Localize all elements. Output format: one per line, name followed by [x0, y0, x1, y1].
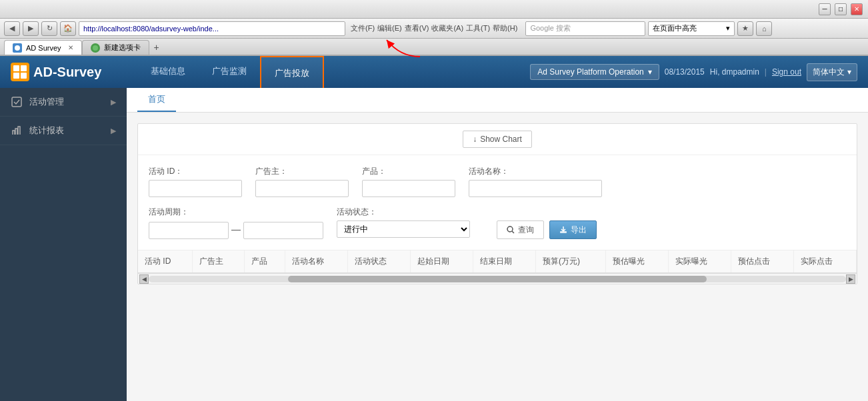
- show-chart-bar: ↓ Show Chart: [138, 124, 857, 155]
- nav-tab-placement[interactable]: 广告投放: [260, 56, 324, 88]
- sidebar-item-activity[interactable]: 活动管理 ▶: [0, 88, 127, 117]
- advertiser-input[interactable]: [255, 180, 349, 197]
- activity-status-field: 活动状态： 进行中 已结束 未开始 全部: [337, 206, 470, 238]
- show-chart-icon: ↓: [473, 135, 477, 144]
- platform-name: Ad Survey Platform Operation: [537, 67, 643, 77]
- menu-favorites[interactable]: 收藏夹(A): [431, 23, 463, 33]
- show-chart-button[interactable]: ↓ Show Chart: [463, 131, 532, 148]
- svg-point-0: [15, 45, 20, 51]
- advertiser-label: 广告主：: [255, 166, 349, 177]
- export-icon: [559, 226, 567, 234]
- activity-status-select[interactable]: 进行中 已结束 未开始 全部: [337, 220, 470, 238]
- close-btn[interactable]: ✕: [851, 3, 863, 15]
- menu-edit[interactable]: 编辑(E): [377, 23, 402, 33]
- menu-help[interactable]: 帮助(H): [493, 23, 517, 33]
- period-start-input[interactable]: [149, 222, 229, 239]
- stats-icon: [11, 125, 23, 137]
- col-activity-name: 活动名称: [285, 250, 347, 273]
- data-table: 活动 ID 广告主 产品 活动名称 活动状态 起始日期 结束日期 预算(万元): [138, 250, 857, 273]
- content-area: ↓ Show Chart 活动 ID：: [127, 113, 868, 401]
- product-input[interactable]: [362, 180, 455, 197]
- minimize-btn[interactable]: ─: [819, 3, 831, 15]
- menu-view[interactable]: 查看(V): [405, 23, 429, 33]
- export-button[interactable]: 导出: [549, 220, 597, 239]
- col-status: 活动状态: [347, 250, 410, 273]
- back-btn[interactable]: ◀: [4, 21, 20, 36]
- action-buttons: 查询 导出: [497, 220, 597, 239]
- col-advertiser: 广告主: [193, 250, 245, 273]
- newtab-icon: [91, 43, 100, 53]
- highlight-dropdown[interactable]: 在页面中高亮 ▾: [648, 21, 735, 36]
- nav-tab-basic[interactable]: 基础信息: [137, 56, 199, 88]
- tab-adsurvey-label: AD Survey: [26, 44, 61, 52]
- sidebar-item-stats[interactable]: 统计报表 ▶: [0, 117, 127, 145]
- browser-tab-newtab[interactable]: 新建选项卡: [82, 40, 149, 55]
- filter-row-1: 活动 ID： 广告主： 产品：: [149, 166, 846, 197]
- scroll-thumb[interactable]: [288, 276, 707, 282]
- tab-newtab-label: 新建选项卡: [104, 43, 141, 53]
- show-chart-label: Show Chart: [480, 135, 522, 144]
- nav-tab-monitor[interactable]: 广告监测: [199, 56, 260, 88]
- refresh-btn[interactable]: ↻: [41, 21, 57, 36]
- svg-point-1: [93, 45, 98, 51]
- svg-point-4: [507, 226, 513, 232]
- scroll-track[interactable]: [149, 276, 846, 282]
- address-bar[interactable]: http://localhost:8080/adsurvey-web/inde.…: [79, 21, 345, 36]
- page-tab-home[interactable]: 首页: [137, 88, 176, 112]
- search-icon: [507, 226, 515, 234]
- platform-dropdown[interactable]: Ad Survey Platform Operation ▾: [530, 64, 659, 80]
- scroll-right-btn[interactable]: ▶: [846, 274, 855, 284]
- search-placeholder: Google 搜索: [530, 23, 571, 33]
- activity-id-input[interactable]: [149, 180, 242, 197]
- tab-favicon: [13, 43, 22, 53]
- app-body: 活动管理 ▶ 统计报表 ▶: [0, 88, 868, 401]
- activity-arrow-icon: ▶: [111, 98, 116, 107]
- menu-tools[interactable]: 工具(T): [466, 23, 490, 33]
- new-tab-btn[interactable]: +: [149, 40, 164, 55]
- lang-dropdown[interactable]: 简体中文 ▾: [807, 63, 857, 81]
- query-button[interactable]: 查询: [497, 220, 544, 239]
- google-search[interactable]: Google 搜索: [525, 21, 645, 36]
- forward-btn[interactable]: ▶: [23, 21, 39, 36]
- stats-arrow-icon: ▶: [111, 127, 116, 135]
- activity-period-label: 活动周期：: [149, 206, 323, 218]
- header-divider: |: [765, 67, 767, 77]
- home2-btn[interactable]: ⌂: [756, 21, 772, 36]
- menu-bar: ◀ ▶ ↻ 🏠 http://localhost:8080/adsurvey-w…: [0, 19, 868, 39]
- scroll-left-btn[interactable]: ◀: [139, 274, 149, 284]
- activity-period-field: 活动周期： —: [149, 206, 323, 239]
- browser-tab-adsurvey[interactable]: AD Survey ✕: [4, 40, 82, 55]
- export-label: 导出: [571, 224, 587, 236]
- tab-adsurvey-close[interactable]: ✕: [68, 44, 73, 51]
- col-activity-id: 活动 ID: [138, 250, 193, 273]
- activity-name-label: 活动名称：: [469, 166, 602, 177]
- star-btn[interactable]: ★: [737, 21, 753, 36]
- content-panel: ↓ Show Chart 活动 ID：: [137, 123, 857, 284]
- col-budget: 预算(万元): [535, 250, 605, 273]
- logo-text: AD-Survey: [33, 65, 101, 80]
- query-label: 查询: [518, 224, 534, 236]
- svg-line-5: [512, 231, 514, 233]
- activity-name-field: 活动名称：: [469, 166, 602, 197]
- sidebar-stats-label: 统计报表: [29, 125, 64, 137]
- header-user: Hi, dmpadmin: [710, 67, 759, 77]
- sidebar: 活动管理 ▶ 统计报表 ▶: [0, 88, 127, 401]
- horizontal-scrollbar[interactable]: ◀ ▶: [138, 273, 857, 284]
- app-nav-tabs: 基础信息 广告监测 广告投放: [137, 56, 530, 88]
- menu-file[interactable]: 文件(F): [351, 23, 375, 33]
- period-inputs: —: [149, 220, 323, 239]
- home-btn[interactable]: 🏠: [60, 21, 76, 36]
- app-wrapper: AD-Survey 基础信息 广告监测 广告投放 Ad Survey Platf…: [0, 56, 868, 401]
- activity-name-input[interactable]: [469, 180, 602, 197]
- table-section: 活动 ID 广告主 产品 活动名称 活动状态 起始日期 结束日期 预算(万元): [138, 250, 857, 284]
- page-tabs: 首页: [127, 88, 868, 113]
- filter-row-2: 活动周期： — 活动状态：: [149, 206, 846, 239]
- maximize-btn[interactable]: □: [835, 3, 847, 15]
- app-logo: AD-Survey: [11, 63, 117, 81]
- period-end-input[interactable]: [243, 222, 323, 239]
- col-product: 产品: [244, 250, 285, 273]
- signout-link[interactable]: Sign out: [772, 67, 801, 77]
- col-start-date: 起始日期: [410, 250, 473, 273]
- highlight-text: 在页面中高亮: [653, 23, 697, 33]
- sidebar-activity-label: 活动管理: [29, 96, 64, 108]
